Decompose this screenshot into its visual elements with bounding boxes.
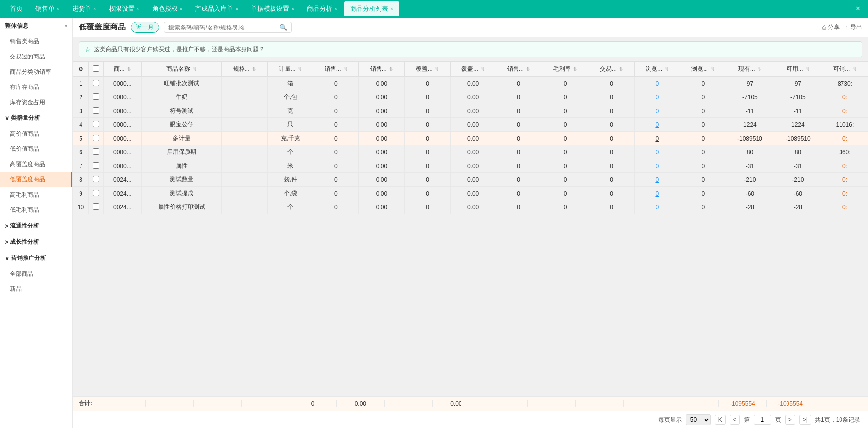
col-current[interactable]: 现有... ⇅ xyxy=(726,62,774,77)
sidebar-item-in-stock[interactable]: 有库存商品 xyxy=(0,80,72,95)
search-input[interactable] xyxy=(168,24,277,31)
sidebar-item-traded-goods[interactable]: 交易过的商品 xyxy=(0,49,72,64)
row-checkbox[interactable] xyxy=(89,104,104,118)
select-all-checkbox[interactable] xyxy=(93,65,99,72)
nav-goods-list-close[interactable]: × xyxy=(390,6,393,12)
first-page-button[interactable]: K xyxy=(715,415,726,425)
nav-sales-close[interactable]: × xyxy=(56,6,59,12)
prev-page-button[interactable]: < xyxy=(730,415,740,425)
nav-item-product-in[interactable]: 产成品入库单 × xyxy=(189,1,244,16)
col-spec[interactable]: 规格... ⇅ xyxy=(222,62,268,77)
sidebar-section-growth[interactable]: > 成长性分析 xyxy=(0,234,72,250)
nav-template-close[interactable]: × xyxy=(291,6,294,12)
page-number-input[interactable] xyxy=(754,415,771,425)
sidebar-item-stock-capital[interactable]: 库存资金占用 xyxy=(0,95,72,110)
row-checkbox-input[interactable] xyxy=(93,135,99,141)
window-close-button[interactable]: × xyxy=(852,4,864,13)
nav-purchase-close[interactable]: × xyxy=(93,6,96,12)
row-browse1[interactable]: 0 xyxy=(634,118,680,132)
row-checkbox-input[interactable] xyxy=(93,176,99,182)
row-browse1[interactable]: 0 xyxy=(634,77,680,90)
nav-item-permission[interactable]: 权限设置 × xyxy=(103,1,145,16)
sidebar-section-cluster[interactable]: ∨ 类群量分析 xyxy=(0,110,72,126)
col-cover1[interactable]: 覆盖... ⇅ xyxy=(405,62,450,77)
nav-item-role[interactable]: 角色授权 × xyxy=(146,1,189,16)
sidebar-item-category-rate[interactable]: 商品分类动销率 xyxy=(0,64,72,80)
nav-product-in-close[interactable]: × xyxy=(235,6,238,12)
col-browse2[interactable]: 浏览... ⇅ xyxy=(680,62,726,77)
row-browse1[interactable]: 0 xyxy=(634,104,680,118)
row-checkbox-input[interactable] xyxy=(93,107,99,114)
row-checkbox-input[interactable] xyxy=(93,93,99,100)
row-checkbox-input[interactable] xyxy=(93,203,99,210)
sidebar-item-all-goods[interactable]: 全部商品 xyxy=(0,266,72,282)
col-settings[interactable]: ⚙ xyxy=(73,62,89,77)
col-gross-margin[interactable]: 毛利率 ⇅ xyxy=(542,62,589,77)
row-checkbox[interactable] xyxy=(89,173,104,187)
last-page-button[interactable]: >| xyxy=(799,415,811,425)
sidebar-item-high-margin[interactable]: 高毛利商品 xyxy=(0,187,72,202)
sidebar-section-overall[interactable]: 整体信息 « xyxy=(0,18,72,34)
nav-item-goods-analysis[interactable]: 商品分析 × xyxy=(301,1,343,16)
row-browse1[interactable]: 0 xyxy=(634,200,680,214)
row-checkbox-input[interactable] xyxy=(93,162,99,169)
row-browse1[interactable]: 0 xyxy=(634,145,680,159)
row-checkbox[interactable] xyxy=(89,187,104,200)
col-name[interactable]: 商品名称 ⇅ xyxy=(141,62,221,77)
col-sales-qty[interactable]: 销售... ⇅ xyxy=(313,62,359,77)
sidebar-item-low-coverage[interactable]: 低覆盖度商品 xyxy=(0,172,72,187)
nav-item-home[interactable]: 首页 xyxy=(4,1,28,16)
sidebar-section-marketing[interactable]: ∨ 营销推广分析 xyxy=(0,250,72,266)
row-cover2: 0.00 xyxy=(450,90,496,104)
col-available[interactable]: 可用... ⇅ xyxy=(774,62,822,77)
sidebar-item-high-coverage[interactable]: 高覆盖度商品 xyxy=(0,157,72,172)
nav-item-purchase[interactable]: 进货单 × xyxy=(66,1,102,16)
row-browse1[interactable]: 0 xyxy=(634,159,680,173)
col-code[interactable]: 商... ⇅ xyxy=(104,62,142,77)
row-checkbox[interactable] xyxy=(89,132,104,145)
sidebar-item-sales-goods[interactable]: 销售类商品 xyxy=(0,34,72,49)
row-checkbox-input[interactable] xyxy=(93,80,99,86)
per-page-select[interactable]: 50 10 20 100 xyxy=(686,414,711,425)
nav-item-goods-list[interactable]: 商品分析列表 × xyxy=(344,1,399,16)
sidebar-section-overall-collapse[interactable]: « xyxy=(64,23,67,29)
col-sales3[interactable]: 销售... ⇅ xyxy=(496,62,542,77)
sidebar-item-new-goods[interactable]: 新品 xyxy=(0,282,72,297)
col-trans[interactable]: 交易... ⇅ xyxy=(589,62,634,77)
next-page-button[interactable]: > xyxy=(785,415,795,425)
export-button[interactable]: ↑ 导出 xyxy=(845,23,862,31)
col-sellable[interactable]: 可销... ⇅ xyxy=(822,62,868,77)
sidebar-item-high-value[interactable]: 高价值商品 xyxy=(0,126,72,142)
share-button[interactable]: ⎙ 分享 xyxy=(822,23,840,31)
row-browse1[interactable]: 0 xyxy=(634,132,680,145)
row-checkbox[interactable] xyxy=(89,77,104,90)
row-browse1[interactable]: 0 xyxy=(634,173,680,187)
row-checkbox[interactable] xyxy=(89,200,104,214)
sidebar-item-low-margin[interactable]: 低毛利商品 xyxy=(0,202,72,218)
sidebar-item-low-value[interactable]: 低价值商品 xyxy=(0,142,72,157)
nav-permission-close[interactable]: × xyxy=(136,6,139,12)
row-browse1[interactable]: 0 xyxy=(634,187,680,200)
col-browse1[interactable]: 浏览... ⇅ xyxy=(634,62,680,77)
sidebar-section-liquidity[interactable]: > 流通性分析 xyxy=(0,218,72,234)
col-sales-amt[interactable]: 销售... ⇅ xyxy=(359,62,405,77)
row-checkbox[interactable] xyxy=(89,159,104,173)
row-checkbox[interactable] xyxy=(89,145,104,159)
data-table-container[interactable]: ⚙ 商... ⇅ 商品名称 ⇅ 规格... ⇅ 计量... ⇅ 销售... ⇅ … xyxy=(73,61,868,396)
row-checkbox-input[interactable] xyxy=(93,190,99,196)
nav-item-sales[interactable]: 销售单 × xyxy=(29,1,65,16)
row-browse1[interactable]: 0 xyxy=(634,90,680,104)
search-icon[interactable]: 🔍 xyxy=(279,24,287,31)
nav-goods-analysis-close[interactable]: × xyxy=(334,6,337,12)
date-filter-button[interactable]: 近一月 xyxy=(131,22,159,33)
col-checkbox[interactable] xyxy=(89,62,104,77)
col-cover2[interactable]: 覆盖... ⇅ xyxy=(450,62,496,77)
row-checkbox-input[interactable] xyxy=(93,148,99,155)
row-checkbox[interactable] xyxy=(89,90,104,104)
col-unit[interactable]: 计量... ⇅ xyxy=(268,62,313,77)
nav-item-template[interactable]: 单据模板设置 × xyxy=(245,1,300,16)
row-checkbox[interactable] xyxy=(89,118,104,132)
search-box[interactable]: 🔍 xyxy=(164,22,292,33)
row-checkbox-input[interactable] xyxy=(93,121,99,127)
nav-role-close[interactable]: × xyxy=(180,6,183,12)
